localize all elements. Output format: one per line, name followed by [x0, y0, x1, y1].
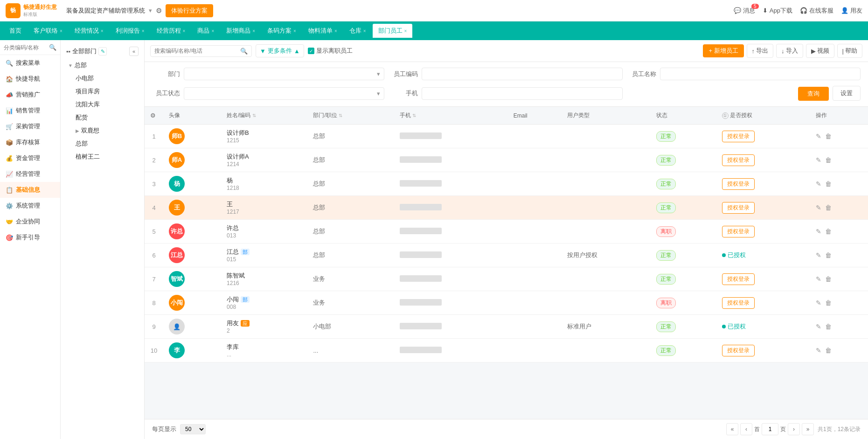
dropdown-icon[interactable]: ▾	[149, 7, 152, 14]
delete-icon[interactable]: 🗑	[825, 251, 832, 259]
info-icon[interactable]: ①	[722, 112, 729, 119]
close-icon[interactable]: ×	[404, 28, 407, 34]
show-resigned-toggle[interactable]: ✓ 显示离职员工	[308, 47, 353, 55]
trial-button[interactable]: 体验行业方案	[166, 4, 213, 17]
phone-input[interactable]	[422, 87, 622, 100]
close-icon[interactable]: ×	[142, 28, 145, 34]
authorize-btn[interactable]: 授权登录	[722, 345, 755, 356]
export-button[interactable]: ↑ 导出	[747, 44, 774, 58]
search-btn[interactable]: 查询	[798, 87, 829, 101]
view-button[interactable]: ▶ 视频	[806, 44, 834, 58]
last-page-btn[interactable]: »	[802, 423, 814, 435]
settings-icon[interactable]: ⚙	[150, 112, 156, 119]
sidebar-item-search[interactable]: 🔍搜索菜单	[0, 55, 60, 71]
tab-home[interactable]: 首页	[4, 24, 27, 38]
dept-node-shenyang[interactable]: 沈阳大库	[61, 98, 144, 111]
sidebar-item-sales[interactable]: 📊销售管理	[0, 103, 60, 118]
close-icon[interactable]: ×	[60, 28, 62, 34]
delete-icon[interactable]: 🗑	[825, 204, 832, 211]
authorize-btn[interactable]: 授权登录	[722, 131, 755, 142]
edit-icon[interactable]: ✎	[816, 275, 821, 283]
dept-node-distribution[interactable]: 配货	[61, 111, 144, 124]
sidebar-item-finance[interactable]: 💰资金管理	[0, 150, 60, 166]
app-download[interactable]: ⬇ App下载	[763, 7, 792, 15]
sidebar-item-nav[interactable]: 🏠快捷导航	[0, 71, 60, 87]
status-select[interactable]: ▾	[184, 87, 384, 100]
sidebar-item-management[interactable]: 📈经营管理	[0, 166, 60, 182]
message-icon-wrap[interactable]: 💬 消息 5	[734, 7, 755, 15]
tab-customer[interactable]: 客户联络 ×	[28, 24, 68, 38]
sort-icon[interactable]: ⇅	[339, 113, 342, 118]
delete-icon[interactable]: 🗑	[825, 347, 832, 354]
authorize-btn[interactable]: 授权登录	[722, 226, 755, 237]
settings-icon[interactable]: ⚙	[156, 7, 162, 15]
close-icon[interactable]: ×	[334, 28, 337, 34]
authorize-btn[interactable]: 授权登录	[722, 202, 755, 214]
authorize-btn[interactable]: 授权登录	[722, 154, 755, 166]
delete-icon[interactable]: 🗑	[825, 156, 832, 164]
more-conditions-btn[interactable]: ▼ 更多条件 ▲	[256, 44, 304, 57]
emp-code-input[interactable]	[422, 68, 622, 80]
close-icon[interactable]: ×	[293, 28, 296, 34]
delete-icon[interactable]: 🗑	[825, 132, 832, 140]
edit-icon[interactable]: ✎	[816, 132, 821, 140]
sidebar-search-input[interactable]	[4, 44, 47, 51]
delete-icon[interactable]: 🗑	[825, 323, 832, 330]
sidebar-item-purchase[interactable]: 🛒采购管理	[0, 118, 60, 134]
sidebar-item-collab[interactable]: 🤝企业协同	[0, 214, 60, 230]
edit-icon[interactable]: ✎	[816, 204, 821, 211]
sidebar-item-basic[interactable]: 📋基础信息	[0, 182, 60, 198]
dept-node-project-store[interactable]: 项目库房	[61, 85, 144, 98]
tab-barcode[interactable]: 条码方案 ×	[262, 24, 302, 38]
edit-icon[interactable]: ✎	[816, 323, 821, 330]
per-page-select[interactable]: 50 100 200	[180, 424, 206, 434]
edit-icon[interactable]: ✎	[816, 228, 821, 235]
import-button[interactable]: ↓ 导入	[776, 44, 803, 58]
edit-icon[interactable]: ✎	[816, 180, 821, 188]
close-icon[interactable]: ×	[211, 28, 214, 34]
close-icon[interactable]: ×	[363, 28, 366, 34]
collapse-tree-btn[interactable]: «	[129, 47, 139, 56]
sort-icon[interactable]: ⇅	[412, 113, 416, 118]
delete-icon[interactable]: 🗑	[825, 275, 832, 283]
dept-node-hq[interactable]: 总部	[61, 137, 144, 150]
dept-select[interactable]: ▾	[184, 68, 384, 80]
resigned-checkbox[interactable]: ✓	[308, 48, 314, 54]
delete-icon[interactable]: 🗑	[825, 299, 832, 307]
search-input[interactable]	[154, 48, 238, 54]
edit-dept-icon[interactable]: ✎	[98, 47, 107, 56]
tab-history[interactable]: 经营历程 ×	[151, 24, 191, 38]
close-icon[interactable]: ×	[183, 28, 186, 34]
tab-bom[interactable]: 物料清单 ×	[303, 24, 343, 38]
search-submit-icon[interactable]: 🔍	[240, 48, 248, 55]
add-employee-button[interactable]: + 新增员工	[703, 44, 743, 57]
edit-icon[interactable]: ✎	[816, 299, 821, 307]
dept-node-planting[interactable]: 植树王二	[61, 150, 144, 163]
tab-profit[interactable]: 利润报告 ×	[110, 24, 150, 38]
sidebar-item-system[interactable]: ⚙️系统管理	[0, 198, 60, 214]
edit-icon[interactable]: ✎	[816, 347, 821, 354]
edit-icon[interactable]: ✎	[816, 156, 821, 164]
online-service[interactable]: 🎧 在线客服	[800, 7, 833, 15]
emp-name-input[interactable]	[660, 68, 861, 80]
tab-operation[interactable]: 经营情况 ×	[69, 24, 109, 38]
delete-icon[interactable]: 🗑	[825, 180, 832, 188]
authorize-btn[interactable]: 授权登录	[722, 178, 755, 190]
sidebar-item-stock[interactable]: 📦库存核算	[0, 134, 60, 150]
reset-btn[interactable]: 设置	[833, 86, 861, 101]
tab-new-goods[interactable]: 新增商品 ×	[221, 24, 261, 38]
sidebar-item-guide[interactable]: 🎯新手引导	[0, 230, 60, 245]
next-page-btn[interactable]: ›	[788, 423, 800, 435]
delete-icon[interactable]: 🗑	[825, 228, 832, 235]
close-icon[interactable]: ×	[252, 28, 255, 34]
sort-icon[interactable]: ⇅	[252, 113, 256, 118]
more-button[interactable]: | 帮助	[837, 44, 862, 58]
dept-node-headquarter[interactable]: ▼ 总部	[61, 59, 144, 72]
sidebar-item-marketing[interactable]: 📣营销推广	[0, 87, 60, 103]
first-page-btn[interactable]: «	[726, 423, 738, 435]
dept-node-small-elec[interactable]: 小电部	[61, 72, 144, 85]
authorize-btn[interactable]: 授权登录	[722, 297, 755, 309]
tab-warehouse[interactable]: 仓库 ×	[344, 24, 372, 38]
user-avatar[interactable]: 👤 用友	[841, 7, 862, 15]
tab-dept-employee[interactable]: 部门员工 ×	[373, 24, 413, 38]
